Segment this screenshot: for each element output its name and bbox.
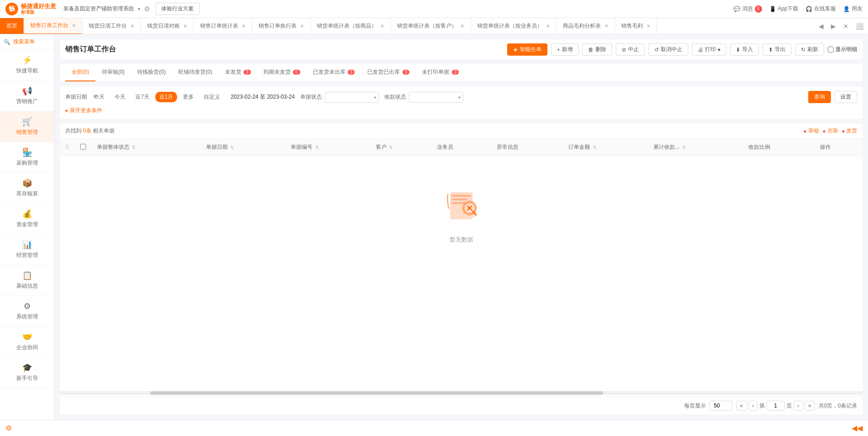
- add-btn[interactable]: + 新增: [551, 43, 579, 56]
- filter-tab-shipped-not-out[interactable]: 已发货未出库 0: [307, 64, 361, 81]
- gear-icon[interactable]: ⚙: [144, 5, 150, 13]
- date-btn-yesterday[interactable]: 昨天: [90, 92, 109, 102]
- bottom-gear-icon[interactable]: ⚙: [5, 424, 12, 432]
- tab-maximize-btn[interactable]: ⬜: [853, 23, 866, 30]
- expand-conditions-btn[interactable]: ▾ 展开更多条件: [65, 107, 102, 114]
- toolbar: ★ 智能生单 + 新增 🗑 删除 ⊘ 中止: [507, 43, 857, 56]
- tab-goods-stats-product-close[interactable]: ✕: [380, 24, 384, 28]
- sidebar-item-marketing[interactable]: 📢 营销推广: [0, 81, 54, 111]
- filter-tab-all[interactable]: 全部(0): [65, 64, 96, 81]
- sort-date-icon[interactable]: ⇅: [230, 145, 234, 150]
- sidebar-item-corp[interactable]: 🤝 企业协同: [0, 327, 54, 357]
- page-nav: « ‹ 第 页 › »: [736, 401, 815, 411]
- tab-order-stats[interactable]: 销售订单统计表 ✕: [194, 18, 252, 34]
- last-page-btn[interactable]: »: [805, 401, 815, 411]
- next-page-btn[interactable]: ›: [794, 401, 803, 411]
- suspend-btn[interactable]: ⊘ 中止: [616, 43, 645, 56]
- sort-number-icon[interactable]: ⇅: [315, 145, 319, 150]
- select-all-checkbox[interactable]: [80, 144, 86, 150]
- sort-amount-icon[interactable]: ⇅: [593, 145, 596, 150]
- ship-action-btn[interactable]: ● 发货: [842, 127, 857, 135]
- message-badge: 6: [755, 5, 762, 13]
- date-btn-7days[interactable]: 近7天: [131, 92, 153, 102]
- sidebar-item-purchase[interactable]: 🏪 采购管理: [0, 142, 54, 173]
- filter-tab-unprinted[interactable]: 未打印单据 0: [416, 64, 465, 81]
- sidebar-item-system[interactable]: ⚙ 系统管理: [0, 296, 54, 327]
- show-detail-checkbox[interactable]: [828, 47, 834, 52]
- tab-home[interactable]: 首页: [0, 18, 24, 34]
- sidebar-item-inventory[interactable]: 📦 库存核算: [0, 173, 54, 204]
- tab-prev-btn[interactable]: ◀: [816, 23, 826, 30]
- tab-close-all-btn[interactable]: ✕: [840, 23, 851, 30]
- export-btn[interactable]: ⬆ 导出: [762, 43, 791, 56]
- tab-margin-analysis-close[interactable]: ✕: [604, 24, 608, 28]
- tab-sales-order-close[interactable]: ✕: [72, 23, 76, 28]
- page-suffix: 页: [786, 402, 792, 410]
- tab-next-btn[interactable]: ▶: [828, 23, 839, 30]
- horizontal-scrollbar[interactable]: [60, 391, 863, 395]
- tab-goods-stats-salesperson-close[interactable]: ✕: [546, 24, 550, 28]
- tab-goods-stats-salesperson[interactable]: 销货单统计表（按业务员） ✕: [471, 18, 556, 34]
- filter-tab-shipped-out[interactable]: 已发货已出库 0: [361, 64, 416, 81]
- smart-create-btn[interactable]: ★ 智能生单: [507, 43, 547, 56]
- payment-select[interactable]: [409, 92, 463, 103]
- sidebar-item-operation[interactable]: 📊 经营管理: [0, 234, 54, 265]
- unreview-action-btn[interactable]: ● 充审: [823, 127, 838, 135]
- unsuspend-btn[interactable]: ↺ 取消中止: [648, 43, 688, 56]
- show-detail-label[interactable]: 显示明细: [828, 46, 857, 53]
- tab-order-stats-close[interactable]: ✕: [242, 24, 245, 28]
- prev-page-btn[interactable]: ‹: [748, 401, 758, 411]
- sidebar-item-finance[interactable]: 💰 资金管理: [0, 204, 54, 234]
- tab-order-exec[interactable]: 销售订单执行表 ✕: [252, 18, 311, 34]
- filter-tab-pending-review[interactable]: 待审核(0): [96, 64, 131, 81]
- sidebar-item-quick-nav[interactable]: ⚡ 快捷导航: [0, 50, 54, 81]
- filter-tab-pending-pick[interactable]: 待拣验货(0): [131, 64, 172, 81]
- sidebar-item-sales[interactable]: 🛒 销售管理: [0, 111, 54, 142]
- tab-sales-order[interactable]: 销售订单工作台 ✕: [24, 18, 82, 34]
- date-btn-custom[interactable]: 自定义: [200, 92, 224, 102]
- message-item[interactable]: 💬 消息 6: [734, 5, 762, 13]
- tab-cash-reconcile[interactable]: 钱货日清对账 ✕: [141, 18, 194, 34]
- import-btn[interactable]: ⬇ 导入: [730, 43, 759, 56]
- nav-arrow[interactable]: ▾: [138, 6, 140, 12]
- sort-customer-icon[interactable]: ⇅: [389, 145, 393, 150]
- filter-tab-unshipped[interactable]: 未发货 0: [219, 64, 257, 81]
- status-select[interactable]: [325, 92, 379, 103]
- sort-status-icon[interactable]: ⇅: [132, 145, 135, 150]
- tab-sales-margin[interactable]: 销售毛利 ✕: [615, 18, 657, 34]
- set-btn[interactable]: 设置: [834, 91, 857, 103]
- table-scroll-area[interactable]: ⠿ 单据整体状态 ⇅ 单据日期 ⇅: [60, 139, 863, 391]
- sidebar-item-basic[interactable]: 📋 基础信息: [0, 265, 54, 296]
- tab-goods-stats-product[interactable]: 销货单统计表（按商品） ✕: [311, 18, 391, 34]
- tab-cash-daily-close[interactable]: ✕: [130, 24, 134, 28]
- delete-btn[interactable]: 🗑 删除: [582, 43, 612, 56]
- page-size-select[interactable]: 50 20 100: [710, 401, 733, 411]
- date-btn-today[interactable]: 今天: [110, 92, 129, 102]
- date-btn-1month[interactable]: 近1月: [155, 92, 177, 102]
- filter-tab-wangpu[interactable]: 旺铺待发货(0): [172, 64, 219, 81]
- bottom-collapse-icon[interactable]: ◀◀: [852, 424, 863, 432]
- app-download-item[interactable]: 📱 App下载: [769, 5, 798, 13]
- tab-goods-stats-customer[interactable]: 销货单统计表（按客户） ✕: [391, 18, 471, 34]
- review-action-btn[interactable]: ● 审核: [803, 127, 819, 135]
- sidebar-search[interactable]: 🔍 搜索菜单: [0, 34, 54, 50]
- print-btn[interactable]: 🖨 打印 ▾: [692, 43, 726, 56]
- sort-collected-icon[interactable]: ⇅: [682, 145, 686, 150]
- tab-sales-margin-close[interactable]: ✕: [647, 24, 650, 28]
- industry-btn[interactable]: 体验行业方案: [155, 3, 200, 15]
- query-btn[interactable]: 查询: [808, 91, 831, 103]
- tab-goods-stats-customer-close[interactable]: ✕: [460, 24, 464, 28]
- online-service-item[interactable]: 🎧 在线客服: [806, 5, 836, 13]
- tab-margin-analysis[interactable]: 商品毛利分析表 ✕: [556, 18, 615, 34]
- date-btn-more[interactable]: 更多: [179, 92, 198, 102]
- refresh-btn[interactable]: ↻ 刷新: [795, 43, 824, 56]
- tab-cash-reconcile-close[interactable]: ✕: [183, 24, 187, 28]
- page-input[interactable]: [767, 401, 785, 411]
- tab-cash-daily[interactable]: 钱货日清工作台 ✕: [82, 18, 141, 34]
- user-item[interactable]: 👤 用友: [843, 5, 863, 13]
- print-label: 打印: [705, 46, 716, 53]
- tab-order-exec-close[interactable]: ✕: [300, 24, 304, 28]
- filter-tab-overdue[interactable]: 到期未发货 0: [257, 64, 307, 81]
- sidebar-item-guide[interactable]: 🎓 新手引导: [0, 357, 54, 388]
- first-page-btn[interactable]: «: [736, 401, 747, 411]
